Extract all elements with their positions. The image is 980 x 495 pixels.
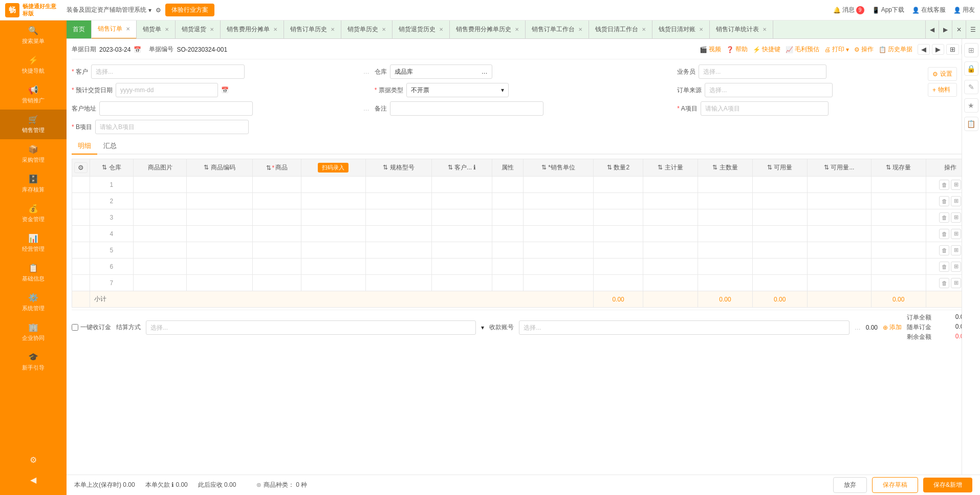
row-copy-btn[interactable]: ⊞ <box>951 196 961 206</box>
tab-sales-return[interactable]: 销货单✕ <box>137 20 176 39</box>
tab-close-sales-return[interactable]: ✕ <box>165 27 169 32</box>
address-input[interactable] <box>99 101 253 116</box>
save-new-button[interactable]: 保存&新增 <box>923 478 972 492</box>
sidebar-item-search[interactable]: 🔍搜索菜单 <box>0 20 67 50</box>
b-project-input[interactable] <box>95 120 249 134</box>
tab-close-sales-expense-history[interactable]: ✕ <box>515 27 519 32</box>
app-download-btn[interactable]: 📱 App下载 <box>872 6 904 14</box>
order-source-input[interactable] <box>705 83 833 97</box>
tab-next-btn[interactable]: ▶ <box>939 20 952 39</box>
rp-btn-5[interactable]: 📋 <box>964 117 978 131</box>
user-btn[interactable]: 👤 用友 <box>953 6 975 14</box>
history-btn[interactable]: 📋 历史单据 <box>879 45 912 54</box>
row-delete-btn[interactable]: 🗑 <box>939 196 949 206</box>
sidebar-item-quick[interactable]: ⚡快捷导航 <box>0 50 67 80</box>
tab-cash-clearing[interactable]: 钱货日清工作台✕ <box>589 20 652 39</box>
tab-cash-reconcile[interactable]: 钱货日清对账✕ <box>652 20 710 39</box>
sidebar-item-system[interactable]: ⚙️系统管理 <box>0 288 67 317</box>
rp-btn-1[interactable]: ⊞ <box>964 43 978 57</box>
sidebar-item-enterprise[interactable]: 🏢企业协同 <box>0 317 67 347</box>
customer-input[interactable] <box>91 64 245 79</box>
tab-sales-expense[interactable]: 销售费用分摊单✕ <box>221 20 284 39</box>
sidebar-item-basic[interactable]: 📋基础信息 <box>0 258 67 288</box>
quick-collect-checkbox[interactable]: 一键收订金 <box>72 323 111 332</box>
row-delete-btn[interactable]: 🗑 <box>939 180 949 190</box>
invoice-type-select[interactable]: 不开票 ▾ <box>406 83 509 97</box>
col-settings-btn[interactable]: ⚙ <box>74 162 88 173</box>
tab-close-sales-order[interactable]: ✕ <box>126 26 130 32</box>
settings-icon[interactable]: ⚙ <box>156 7 161 14</box>
grid-btn[interactable]: ⊞ <box>946 44 959 55</box>
tab-close-sales-refund[interactable]: ✕ <box>210 27 214 32</box>
tab-close-sales-return-history[interactable]: ✕ <box>382 27 386 32</box>
rp-btn-4[interactable]: ★ <box>964 98 978 113</box>
tab-sales-expense-history[interactable]: 销售费用分摊单历史✕ <box>450 20 526 39</box>
calendar-icon[interactable]: 📅 <box>134 46 141 53</box>
video-btn[interactable]: 🎬 视频 <box>700 45 721 54</box>
tab-sales-order[interactable]: 销售订单✕ <box>92 20 137 39</box>
tab-close-sales-refund-history[interactable]: ✕ <box>439 27 443 32</box>
rp-btn-3[interactable]: ✎ <box>964 80 978 94</box>
float-add-btn[interactable]: + 物料 <box>928 83 957 97</box>
scan-btn[interactable]: 扫码录入 <box>318 163 349 173</box>
sidebar-item-finance[interactable]: 💰资金管理 <box>0 199 67 228</box>
sidebar-item-inventory[interactable]: 🗄️库存核算 <box>0 169 67 199</box>
tab-close-sales-history[interactable]: ✕ <box>331 27 335 32</box>
help-btn[interactable]: ❓ 帮助 <box>726 45 748 54</box>
row-delete-btn[interactable]: 🗑 <box>939 278 949 288</box>
tab-close-sales-workbench[interactable]: ✕ <box>578 27 582 32</box>
tab-detail[interactable]: 明细 <box>72 138 97 155</box>
quick-collect-check[interactable] <box>72 324 78 331</box>
float-settings-btn[interactable]: ⚙ 设置 <box>928 67 957 81</box>
tab-close-cash-clearing[interactable]: ✕ <box>642 27 646 32</box>
sidebar-item-marketing[interactable]: 📢营销推广 <box>0 80 67 110</box>
row-copy-btn[interactable]: ⊞ <box>951 278 961 288</box>
tab-summary[interactable]: 汇总 <box>97 138 123 155</box>
tab-sales-refund-history[interactable]: 销货退货历史✕ <box>393 20 450 39</box>
tab-close-sales-stat[interactable]: ✕ <box>763 27 767 32</box>
expand-btn[interactable]: ▶ <box>932 44 944 55</box>
tab-close-cash-reconcile[interactable]: ✕ <box>699 27 703 32</box>
tab-sales-return-history[interactable]: 销货单历史✕ <box>341 20 393 39</box>
calendar2-icon[interactable]: 📅 <box>221 87 229 94</box>
tab-close-sales-expense[interactable]: ✕ <box>273 27 277 32</box>
sidebar-item-purchase[interactable]: 📦采购管理 <box>0 139 67 169</box>
tab-sales-refund[interactable]: 销货退货✕ <box>176 20 221 39</box>
row-delete-btn[interactable]: 🗑 <box>939 262 949 272</box>
sidebar-item-sales[interactable]: 🛒销售管理 <box>0 110 67 139</box>
tab-menu-btn[interactable]: ☰ <box>966 20 980 39</box>
row-copy-btn[interactable]: ⊞ <box>951 245 961 255</box>
salesperson-input[interactable] <box>699 64 826 79</box>
sidebar-item-guide[interactable]: 🎓新手引导 <box>0 347 67 377</box>
save-draft-button[interactable]: 保存草稿 <box>872 477 918 493</box>
row-copy-btn[interactable]: ⊞ <box>951 229 961 239</box>
online-service-btn[interactable]: 👤 在线客服 <box>912 6 946 14</box>
notice-btn[interactable]: 🔔 消息 9 <box>833 6 864 14</box>
tab-sales-stat[interactable]: 销售订单统计表✕ <box>710 20 773 39</box>
industry-btn[interactable]: 体验行业方案 <box>165 4 214 16</box>
sidebar-item-operations[interactable]: 📊经营管理 <box>0 228 67 258</box>
payment-method-input[interactable] <box>146 320 476 335</box>
rp-btn-2[interactable]: 🔒 <box>964 61 978 76</box>
tab-sales-workbench[interactable]: 销售订单工作台✕ <box>526 20 589 39</box>
tab-close-btn[interactable]: ✕ <box>952 20 966 39</box>
discard-button[interactable]: 放弃 <box>833 477 867 493</box>
profit-btn[interactable]: 📈 毛利预估 <box>786 45 819 54</box>
note-input[interactable] <box>390 101 543 116</box>
sidebar-item-collapse[interactable]: ◀ <box>0 470 67 490</box>
tab-sales-history[interactable]: 销售订单历史✕ <box>284 20 341 39</box>
view-settings-btn[interactable]: ◀ <box>918 44 930 55</box>
print-btn[interactable]: 🖨 打印 ▾ <box>824 45 849 54</box>
delivery-date-input[interactable] <box>116 83 218 97</box>
row-copy-btn[interactable]: ⊞ <box>951 212 961 223</box>
add-btn[interactable]: ⊕ 添加 <box>883 323 902 332</box>
bank-account-input[interactable] <box>519 320 849 335</box>
system-dropdown[interactable]: 装备及固定资产辅助管理系统 ▾ <box>67 6 151 14</box>
row-copy-btn[interactable]: ⊞ <box>951 262 961 272</box>
a-project-input[interactable] <box>701 101 829 116</box>
row-copy-btn[interactable]: ⊞ <box>951 180 961 190</box>
tab-prev-btn[interactable]: ◀ <box>925 20 939 39</box>
tab-home[interactable]: 首页 <box>67 20 92 39</box>
sidebar-item-settings[interactable]: ⚙ <box>0 450 67 470</box>
warehouse-select[interactable]: 成品库 … <box>390 64 492 79</box>
